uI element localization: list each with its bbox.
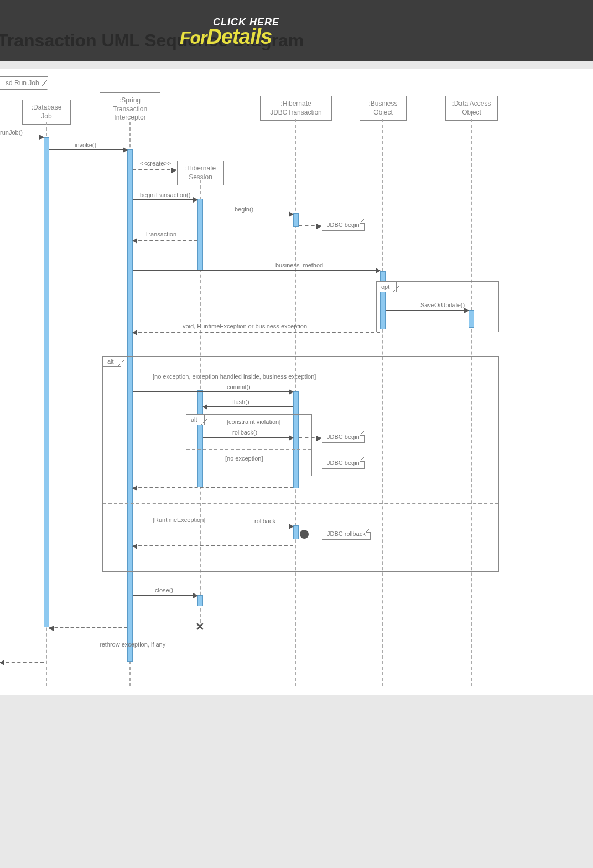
arrow-return2 xyxy=(133,545,293,546)
arrow-rollback2 xyxy=(133,526,293,526)
note-jdbc-begin2: JDBC begin xyxy=(322,431,365,443)
msg-create: <<create>> xyxy=(140,160,171,167)
fragment-alt-label: alt xyxy=(102,356,121,367)
msg-commit: commit() xyxy=(227,384,251,390)
dot-stop xyxy=(300,530,309,539)
msg-begin: begin() xyxy=(235,206,253,213)
msg-rollback2: rollback xyxy=(254,518,275,524)
guard-constraint: [constraint violation] xyxy=(227,418,280,425)
arrow-tx xyxy=(133,240,197,241)
note-jdbc-begin3: JDBC begin xyxy=(322,457,365,469)
arrow-jdbcbegin-note xyxy=(299,225,321,226)
arrow-return-caller xyxy=(0,662,44,663)
overlay-banner: Transaction UML Sequence Diagram CLICK H… xyxy=(0,0,593,61)
lifeline-jdbc: :Hibernate JDBCTransaction xyxy=(260,96,332,121)
arrow-return1 xyxy=(133,487,293,488)
arrow-rollback xyxy=(203,437,293,438)
act-jdbc1 xyxy=(293,213,299,227)
fragment-alt-inner-label: alt xyxy=(186,414,205,425)
note-jdbc-begin: JDBC begin xyxy=(322,219,365,231)
sd-frame-label: sd Run Job xyxy=(0,76,48,90)
fragment-alt-inner-divider xyxy=(186,449,311,450)
msg-saveorupdate: SaveOrUpdate() xyxy=(420,302,465,308)
guard-noexc: [no exception, exception handled inside,… xyxy=(153,373,316,380)
note-jdbc-rollback: JDBC rollback xyxy=(322,528,371,540)
act-session1 xyxy=(197,199,203,271)
guard-noexc2: [no exception] xyxy=(225,455,263,462)
fragment-alt-divider xyxy=(103,503,498,504)
arrow-runjob xyxy=(0,137,44,137)
msg-invoke: invoke() xyxy=(75,142,96,148)
fragment-opt-label: opt xyxy=(376,281,397,292)
msg-rethrow: rethrow exception, if any xyxy=(100,641,165,648)
diagram-canvas: sd Run Job :Database Job :Spring Transac… xyxy=(0,69,593,695)
msg-runjob: runJob() xyxy=(0,129,23,136)
lifeline-dao: :Data Access Object xyxy=(445,96,498,121)
msg-close: close() xyxy=(155,587,173,593)
lifeline-database: :Database Job xyxy=(22,100,71,125)
guard-runtime: [RuntimeException] xyxy=(153,516,205,523)
msg-tx: Transaction xyxy=(145,231,176,237)
line-to-note xyxy=(309,534,321,534)
destroy-session: ✕ xyxy=(195,620,205,633)
act-database xyxy=(44,137,49,627)
msg-voidexc: void, RuntimeException or business excep… xyxy=(183,323,307,329)
arrow-flush xyxy=(203,406,293,407)
arrow-bizmethod xyxy=(133,270,380,271)
arrow-voidexc xyxy=(133,332,380,333)
arrow-begintx xyxy=(133,199,197,200)
msg-flush: flush() xyxy=(232,399,249,405)
arrow-rollback-note xyxy=(299,437,321,438)
for-details-text[interactable]: ForDetails xyxy=(180,25,272,49)
arrow-begin xyxy=(203,214,293,214)
act-session3 xyxy=(197,595,203,606)
arrow-invoke xyxy=(49,149,127,150)
msg-begintx: beginTransaction() xyxy=(140,192,190,198)
msg-bizmethod: business_method xyxy=(275,262,323,268)
arrow-return-db xyxy=(49,627,127,628)
arrow-commit xyxy=(133,391,293,392)
arrow-create xyxy=(133,169,176,170)
lifeline-business: :Business Object xyxy=(360,96,407,121)
arrow-close xyxy=(133,595,197,596)
arrow-saveorupdate xyxy=(386,310,469,311)
msg-rollback: rollback() xyxy=(232,429,257,436)
lifeline-spring: :Spring Transaction Interceptor xyxy=(100,92,160,126)
